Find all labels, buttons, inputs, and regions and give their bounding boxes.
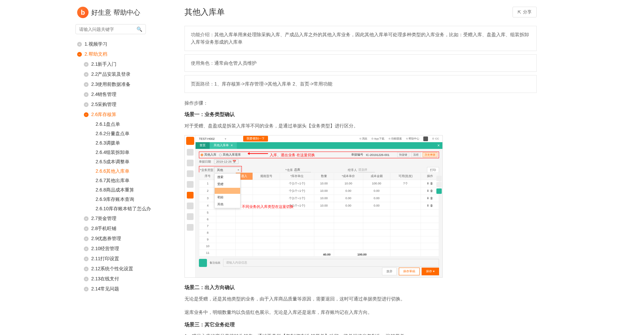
nav-item-24[interactable]: +2.13在线支付 bbox=[75, 274, 151, 284]
ss-nav-icon bbox=[187, 224, 194, 231]
main-content: 其他入库单 ⇱ 分享 功能介绍：其他入库单用来处理除采购入库、产成品入库之外的其… bbox=[151, 0, 537, 335]
plus-icon: + bbox=[84, 102, 89, 107]
ss-topbar-link: ⊙ 消息 bbox=[359, 137, 367, 141]
nav-item-15[interactable]: 2.6.8商品成本重算 bbox=[75, 185, 151, 195]
nav-item-label: 2.8手机旺铺 bbox=[91, 226, 116, 232]
nav-item-23[interactable]: +2.12系统个性化设置 bbox=[75, 264, 151, 274]
nav-item-label: 2.6.1盘点单 bbox=[96, 121, 120, 127]
nav-item-label: 2.6.7其他出库单 bbox=[96, 178, 129, 184]
nav-item-label: 2.10经营管理 bbox=[91, 246, 119, 252]
minus-icon: − bbox=[77, 52, 82, 57]
plus-icon: + bbox=[84, 72, 89, 77]
nav-item-label: 2.6.4组装拆卸单 bbox=[96, 150, 129, 156]
ss-toolbar-item: 流程 bbox=[411, 152, 421, 157]
search-input[interactable] bbox=[79, 27, 137, 32]
ss-radio-return: 其他入库退库 bbox=[219, 153, 241, 157]
plus-icon: + bbox=[84, 226, 89, 231]
ss-th: 序号 bbox=[199, 172, 216, 180]
close-icon: × bbox=[437, 143, 440, 148]
ss-nav-icon bbox=[187, 160, 194, 166]
scenario2-title: 场景二：出入方向确认 bbox=[184, 284, 537, 291]
plus-icon: + bbox=[84, 277, 89, 281]
ss-discard-button: 放弃 bbox=[382, 268, 397, 275]
close-icon: × bbox=[237, 168, 239, 171]
ss-toolbar-item: 快捷键 bbox=[397, 152, 409, 157]
nav-item-25[interactable]: +2.14常见问题 bbox=[75, 284, 151, 294]
nav-item-5[interactable]: +2.4销售管理 bbox=[75, 90, 151, 100]
nav-item-18[interactable]: +2.7资金管理 bbox=[75, 214, 151, 224]
nav-item-label: 2.6.8商品成本重算 bbox=[96, 187, 134, 193]
plus-icon: + bbox=[84, 287, 89, 291]
nav-item-22[interactable]: +2.11打印设置 bbox=[75, 254, 151, 264]
scenario1-text: 对于受赠、盘盈或是拆装入库等不同的业务，是通过单据头【业务类型】进行区分。 bbox=[184, 122, 537, 130]
nav-item-2[interactable]: +2.1新手入门 bbox=[75, 59, 151, 69]
nav-item-12[interactable]: 2.6.5成本调整单 bbox=[75, 157, 151, 167]
ss-nav-icon bbox=[187, 203, 194, 209]
nav-item-label: 2.6.10库存账本错了怎么办 bbox=[96, 206, 151, 212]
ss-th: 规格型号 bbox=[253, 172, 280, 180]
nav-item-17[interactable]: 2.6.10库存账本错了怎么办 bbox=[75, 204, 151, 214]
nav-item-11[interactable]: 2.6.4组装拆卸单 bbox=[75, 148, 151, 157]
nav-item-label: 2.11打印设置 bbox=[91, 256, 119, 262]
close-icon: × bbox=[231, 144, 233, 147]
avatar-icon bbox=[423, 136, 428, 141]
ss-tool-icon bbox=[436, 188, 442, 194]
table-row: 10 bbox=[199, 243, 439, 249]
nav-item-label: 2.帮助文档 bbox=[85, 51, 107, 57]
nav-item-label: 2.4销售管理 bbox=[91, 92, 116, 98]
nav-item-label: 2.6.6其他入库单 bbox=[96, 168, 129, 174]
scenario3-title: 场景三：其它业务处理 bbox=[184, 322, 537, 328]
nav-item-label: 2.1新手入门 bbox=[91, 61, 116, 67]
search-box[interactable]: 🔍 bbox=[75, 24, 146, 34]
ss-memo-icon bbox=[199, 259, 207, 267]
nav-item-0[interactable]: +1.视频学习 bbox=[75, 39, 151, 49]
path-box: 页面路径：1、库存核算->库存管理->其他入库单 2、首页->常用功能 bbox=[184, 75, 537, 93]
search-icon[interactable]: 🔍 bbox=[137, 26, 142, 32]
table-row: 7 bbox=[199, 223, 439, 229]
role-box: 使用角色：通常由仓管人员维护 bbox=[184, 54, 537, 72]
nav-item-13[interactable]: 2.6.6其他入库单 bbox=[75, 167, 151, 176]
nav-item-7[interactable]: −2.6库存核算 bbox=[75, 110, 151, 120]
nav-item-10[interactable]: 2.6.3调拨单 bbox=[75, 138, 151, 148]
plus-icon: + bbox=[84, 236, 89, 241]
sidebar: b 好生意 帮助中心 🔍 +1.视频学习−2.帮助文档+2.1新手入门+2.2产… bbox=[70, 0, 151, 335]
ss-tool-icon bbox=[436, 182, 442, 187]
ss-topbar-link: ⊙ CC bbox=[432, 137, 439, 140]
minus-icon: − bbox=[84, 112, 89, 117]
ss-annotation: 入库、退出业务 在这里切换 bbox=[270, 153, 315, 158]
nav-item-14[interactable]: 2.6.7其他出库单 bbox=[75, 176, 151, 185]
nav-item-label: 2.13在线支付 bbox=[91, 276, 119, 282]
nav-item-1[interactable]: −2.帮助文档 bbox=[75, 49, 151, 59]
scenario1-title: 场景一：业务类型确认 bbox=[184, 111, 537, 118]
logo[interactable]: b 好生意 帮助中心 bbox=[75, 7, 151, 18]
nav-item-4[interactable]: +2.3使用前数据准备 bbox=[75, 79, 151, 90]
ss-tab-active: 其他入库单× bbox=[210, 142, 237, 149]
nav-item-label: 2.3使用前数据准备 bbox=[91, 81, 130, 88]
nav-item-label: 2.6.3调拨单 bbox=[96, 140, 120, 146]
nav-item-3[interactable]: +2.2产品安装及登录 bbox=[75, 69, 151, 79]
ss-nav-icon bbox=[187, 192, 194, 199]
ss-tab-home: 首页 bbox=[196, 142, 210, 149]
ss-dropdown-option: 搜索 bbox=[215, 174, 240, 181]
nav-item-8[interactable]: 2.6.1盘点单 bbox=[75, 120, 151, 129]
nav-item-21[interactable]: +2.10经营管理 bbox=[75, 244, 151, 254]
ss-dropdown-option bbox=[215, 188, 240, 194]
ss-th: 成本金额 bbox=[363, 172, 390, 180]
nav-item-16[interactable]: 2.6.9库存账本查询 bbox=[75, 195, 151, 204]
nav-item-label: 2.14常见问题 bbox=[91, 286, 119, 292]
ss-topbar-link: ⊙ 功能搜索 bbox=[388, 137, 402, 141]
nav-item-label: 2.6库存核算 bbox=[91, 112, 116, 118]
plus-icon: + bbox=[84, 82, 89, 87]
nav-item-9[interactable]: 2.6.2分量盘点单 bbox=[75, 129, 151, 138]
nav-item-20[interactable]: +2.9优惠券管理 bbox=[75, 234, 151, 244]
plus-icon: + bbox=[84, 92, 89, 97]
nav-item-label: 2.6.5成本调整单 bbox=[96, 159, 129, 165]
plus-icon: + bbox=[84, 257, 89, 261]
ss-save-button: 保存 bbox=[422, 268, 439, 275]
nav-item-6[interactable]: +2.5采购管理 bbox=[75, 100, 151, 110]
nav-item-label: 2.7资金管理 bbox=[91, 216, 116, 222]
ss-topbar-link: ⊙ 帮助中心 bbox=[406, 137, 419, 141]
share-button[interactable]: ⇱ 分享 bbox=[513, 7, 537, 17]
nav-item-19[interactable]: +2.8手机旺铺 bbox=[75, 224, 151, 234]
table-row: 6 bbox=[199, 216, 439, 223]
